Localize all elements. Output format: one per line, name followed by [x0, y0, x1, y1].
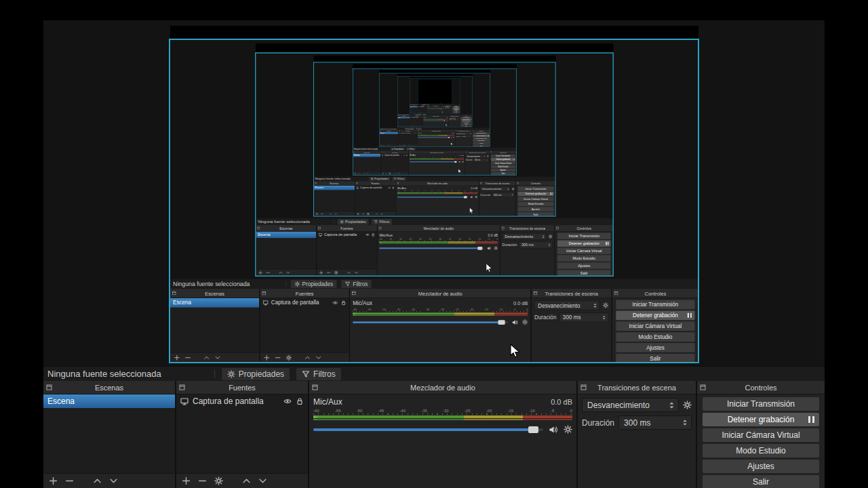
sources-panel-header[interactable]: Fuentes [176, 381, 308, 394]
settings-button[interactable]: Ajustes [616, 343, 694, 352]
add-source-button[interactable] [319, 270, 323, 274]
remove-scene-button[interactable] [321, 213, 323, 216]
sources-list[interactable]: Captura de pantalla [355, 186, 396, 211]
transitions-panel-header[interactable]: Transiciones de escena [532, 289, 612, 298]
duration-input[interactable]: 300 ms [618, 415, 692, 430]
start-streaming-button[interactable]: Iniciar Transmisión [491, 155, 515, 158]
mute-button[interactable] [512, 319, 518, 325]
transitions-panel-header[interactable]: Transiciones de escena [479, 181, 516, 186]
scenes-list[interactable]: Escena [170, 298, 259, 352]
studio-mode-button[interactable]: Modo Estudio [557, 255, 611, 262]
studio-mode-button[interactable]: Modo Estudio [491, 165, 515, 169]
add-source-button[interactable] [357, 213, 359, 216]
scenes-panel-header[interactable]: Escenas [43, 381, 175, 394]
filters-button[interactable]: Filtros [392, 177, 406, 181]
source-move-up-button[interactable] [395, 172, 397, 174]
scene-list-item[interactable]: Escena [410, 106, 418, 107]
transition-settings-button[interactable] [603, 302, 609, 308]
preview-canvas[interactable] [410, 79, 460, 104]
sources-list[interactable]: Captura de pantalla [176, 394, 308, 473]
add-scene-button[interactable] [380, 145, 382, 146]
add-source-button[interactable] [382, 172, 384, 174]
transition-select[interactable]: Desvanecimiento [534, 300, 600, 310]
mixer-channel-settings-button[interactable] [462, 161, 464, 163]
controls-panel-header[interactable]: Controles [516, 181, 555, 186]
scene-move-up-button[interactable] [279, 270, 283, 274]
remove-source-button[interactable] [198, 476, 207, 485]
source-list-item[interactable]: Captura de pantalla [381, 154, 409, 157]
add-source-button[interactable] [264, 354, 270, 361]
duration-input[interactable]: 300 ms [559, 312, 608, 322]
preview-canvas[interactable]: Ninguna fuente seleccionada Propiedades … [353, 69, 517, 148]
scene-move-down-button[interactable] [286, 270, 290, 274]
source-visibility-button[interactable] [414, 132, 415, 134]
sources-list[interactable]: Captura de pantalla [260, 298, 349, 352]
volume-slider-handle[interactable] [444, 120, 445, 121]
source-properties-button[interactable] [214, 476, 223, 485]
transition-settings-button[interactable] [470, 133, 471, 134]
volume-slider[interactable] [410, 161, 458, 162]
source-visibility-button[interactable] [283, 397, 292, 405]
controls-panel-header[interactable]: Controles [555, 225, 613, 232]
transitions-panel-header[interactable]: Transiciones de escena [578, 381, 696, 394]
exit-button[interactable]: Salir [616, 354, 694, 363]
source-properties-button[interactable] [389, 172, 391, 174]
remove-source-button[interactable] [361, 213, 364, 216]
scene-move-down-button[interactable] [389, 145, 391, 146]
preview-canvas[interactable]: Ninguna fuente seleccionada Propiedades … [256, 54, 613, 218]
transition-select[interactable]: Desvanecimiento [502, 233, 547, 240]
source-properties-button[interactable] [367, 213, 370, 216]
transition-settings-button[interactable] [512, 188, 515, 190]
mixer-panel-header[interactable]: Mezclador de audio [423, 115, 449, 117]
remove-scene-button[interactable] [382, 145, 384, 146]
source-move-up-button[interactable] [376, 213, 378, 216]
scene-list-item[interactable]: Escena [170, 298, 259, 308]
exit-button[interactable]: Salir [703, 475, 819, 488]
source-list-item[interactable]: Captura de pantalla [260, 298, 349, 308]
properties-button[interactable]: Propiedades [222, 368, 290, 380]
scene-list-item[interactable]: Escena [397, 117, 410, 118]
source-move-up-button[interactable] [416, 125, 417, 126]
scene-move-down-button[interactable] [404, 125, 405, 126]
scene-move-up-button[interactable] [93, 476, 102, 485]
transitions-panel-header[interactable]: Transiciones de escena [455, 130, 472, 132]
volume-slider-handle[interactable] [498, 320, 505, 325]
remove-source-button[interactable] [327, 270, 331, 274]
scene-move-up-button[interactable] [402, 125, 403, 126]
screen-capture-source[interactable]: Ninguna fuente seleccionada Propiedades … [397, 74, 472, 127]
source-lock-button[interactable] [372, 232, 375, 237]
screen-capture-source[interactable] [418, 79, 452, 104]
mute-button[interactable] [487, 246, 491, 250]
scenes-panel-header[interactable]: Escenas [314, 181, 355, 186]
add-scene-button[interactable] [49, 476, 58, 485]
sources-panel-header[interactable]: Fuentes [381, 150, 409, 154]
start-streaming-button[interactable]: Iniciar Transmisión [703, 397, 819, 411]
mixer-channel-settings-button[interactable] [564, 425, 572, 434]
scene-move-down-button[interactable] [109, 476, 118, 485]
sources-panel-header[interactable]: Fuentes [260, 289, 349, 298]
duration-input[interactable]: 300 ms [447, 108, 452, 109]
remove-scene-button[interactable] [357, 172, 359, 174]
sources-panel-header[interactable]: Fuentes [399, 130, 417, 132]
pause-recording-button[interactable] [488, 136, 488, 137]
preview-canvas[interactable]: Ninguna fuente seleccionada Propiedades … [380, 73, 490, 127]
start-virtual-camera-button[interactable]: Iniciar Cámara Virtual [491, 161, 515, 165]
scenes-list[interactable]: Escena [256, 232, 316, 269]
transitions-panel-header[interactable]: Transiciones de escena [444, 105, 452, 106]
source-move-down-button[interactable] [418, 125, 419, 126]
exit-button[interactable]: Salir [557, 270, 611, 276]
sources-list[interactable]: Captura de pantalla [381, 154, 409, 171]
mute-button[interactable] [451, 137, 452, 138]
remove-scene-button[interactable] [185, 354, 191, 361]
scene-move-down-button[interactable] [215, 354, 221, 361]
remove-source-button[interactable] [412, 125, 413, 126]
scenes-panel-header[interactable]: Escenas [170, 289, 259, 298]
source-move-up-button[interactable] [242, 476, 251, 485]
screen-capture-source[interactable]: Ninguna fuente seleccionada Propiedades … [353, 64, 517, 175]
stop-recording-button[interactable]: Detener grabación [703, 413, 819, 426]
scenes-list[interactable]: Escena [397, 117, 410, 125]
volume-slider-handle[interactable] [454, 161, 456, 163]
duration-input[interactable]: 300 ms [473, 159, 489, 162]
mixer-panel-header[interactable]: Mezclador de audio [350, 289, 530, 298]
add-source-button[interactable] [399, 145, 401, 146]
